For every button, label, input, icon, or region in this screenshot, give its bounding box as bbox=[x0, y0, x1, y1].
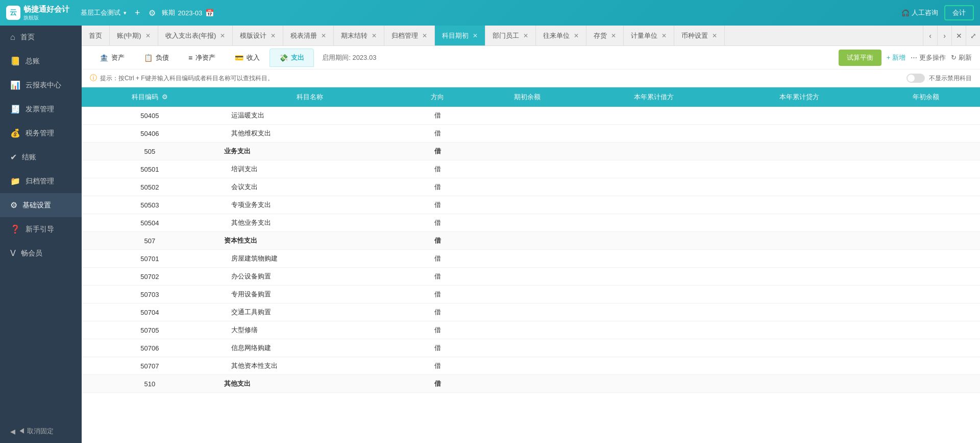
sidebar-item-member[interactable]: Ⅴ 畅会员 bbox=[0, 241, 82, 265]
table-row[interactable]: 507 资本性支出 借 bbox=[82, 232, 980, 250]
table-row[interactable]: 50705 大型修缮 借 bbox=[82, 321, 980, 339]
cell-year-initial bbox=[872, 143, 980, 160]
sidebar-label-member: 畅会员 bbox=[21, 249, 42, 258]
show-disabled-toggle[interactable] bbox=[906, 74, 925, 83]
new-button[interactable]: + 新增 bbox=[887, 53, 905, 62]
cell-code: 50501 bbox=[82, 160, 218, 178]
sidebar-item-reports[interactable]: 📊 云报表中心 bbox=[0, 73, 82, 97]
col-ytd-debit: 本年累计借方 bbox=[581, 87, 726, 107]
sidebar-item-tax[interactable]: 💰 税务管理 bbox=[0, 121, 82, 145]
close-icon[interactable]: ✕ bbox=[145, 32, 151, 39]
tab-close-all-button[interactable]: ✕ bbox=[951, 26, 966, 46]
close-icon[interactable]: ✕ bbox=[271, 32, 276, 39]
close-icon[interactable]: ✕ bbox=[662, 32, 667, 39]
close-icon[interactable]: ✕ bbox=[712, 32, 717, 39]
cell-code: 505 bbox=[82, 143, 218, 160]
sub-tab-assets[interactable]: 🏦 资产 bbox=[90, 49, 134, 67]
settings-icon[interactable]: ⚙ bbox=[149, 8, 156, 18]
cell-code: 50704 bbox=[82, 304, 218, 321]
tab-archive-mgmt[interactable]: 归档管理 ✕ bbox=[384, 26, 435, 45]
cell-year-initial bbox=[872, 160, 980, 178]
close-icon[interactable]: ✕ bbox=[321, 32, 326, 39]
collapse-icon: ◀ bbox=[10, 428, 15, 435]
table-row[interactable]: 50704 交通工具购置 借 bbox=[82, 304, 980, 321]
calendar-icon[interactable]: 📅 bbox=[205, 9, 214, 17]
tab-department[interactable]: 部门员工 ✕ bbox=[485, 26, 536, 45]
close-icon[interactable]: ✕ bbox=[611, 32, 616, 39]
cell-direction: 借 bbox=[402, 125, 473, 143]
customer-service-button[interactable]: 🎧 人工咨询 bbox=[901, 8, 938, 17]
cell-ytd-debit bbox=[581, 125, 726, 143]
col-code: 科目编码 ⚙ bbox=[82, 87, 218, 107]
col-direction: 方向 bbox=[402, 87, 473, 107]
cell-year-initial bbox=[872, 339, 980, 357]
sidebar-item-home[interactable]: ⌂ 首页 bbox=[0, 26, 82, 49]
tab-subject-initial[interactable]: 科目期初 ✕ bbox=[435, 26, 485, 45]
tab-customers[interactable]: 往来单位 ✕ bbox=[536, 26, 586, 45]
cell-year-initial bbox=[872, 375, 980, 393]
sidebar-label-ledger: 总账 bbox=[26, 57, 40, 66]
table-row[interactable]: 50702 办公设备购置 借 bbox=[82, 268, 980, 286]
more-actions-button[interactable]: ⋯ 更多操作 bbox=[911, 53, 946, 62]
table-row[interactable]: 50503 专项业务支出 借 bbox=[82, 196, 980, 214]
account-button[interactable]: 会计 bbox=[944, 5, 974, 20]
sidebar-item-archive[interactable]: 📁 归档管理 bbox=[0, 169, 82, 193]
col-initial-balance: 期初余额 bbox=[473, 87, 581, 107]
col-settings-icon[interactable]: ⚙ bbox=[162, 93, 168, 101]
cell-direction: 借 bbox=[402, 196, 473, 214]
tab-next-button[interactable]: › bbox=[937, 26, 951, 46]
sidebar-item-ledger[interactable]: 📒 总账 bbox=[0, 49, 82, 73]
close-icon[interactable]: ✕ bbox=[220, 32, 225, 39]
close-icon[interactable]: ✕ bbox=[372, 32, 377, 39]
table-row[interactable]: 50707 其他资本性支出 借 bbox=[82, 357, 980, 375]
sidebar-item-settings[interactable]: ⚙ 基础设置 bbox=[0, 193, 82, 217]
col-name: 科目名称 bbox=[218, 87, 402, 107]
cell-code: 50405 bbox=[82, 107, 218, 125]
tab-period-close[interactable]: 期末结转 ✕ bbox=[334, 26, 384, 45]
add-project-button[interactable]: + bbox=[133, 8, 142, 18]
cell-ytd-credit bbox=[727, 268, 872, 286]
close-icon[interactable]: ✕ bbox=[422, 32, 427, 39]
project-selector[interactable]: 基层工会测试 ▾ bbox=[81, 8, 127, 17]
sidebar-item-guide[interactable]: ❓ 新手引导 bbox=[0, 217, 82, 241]
refresh-button[interactable]: ↻ 刷新 bbox=[951, 53, 972, 62]
tab-tax-list[interactable]: 税表清册 ✕ bbox=[283, 26, 334, 45]
sidebar-item-invoice[interactable]: 🧾 发票管理 bbox=[0, 97, 82, 121]
close-icon[interactable]: ✕ bbox=[523, 32, 528, 39]
tab-expand-button[interactable]: ⤢ bbox=[966, 26, 980, 46]
table-row[interactable]: 50706 信息网络购建 借 bbox=[82, 339, 980, 357]
sidebar-collapse-button[interactable]: ◀ ◀ 取消固定 bbox=[0, 419, 82, 443]
tab-interim[interactable]: 账(中期) ✕ bbox=[110, 26, 158, 45]
tab-prev-button[interactable]: ‹ bbox=[923, 26, 937, 46]
tab-currency[interactable]: 币种设置 ✕ bbox=[674, 26, 725, 45]
table-row[interactable]: 505 业务支出 借 bbox=[82, 143, 980, 160]
cell-ytd-debit bbox=[581, 268, 726, 286]
table-row[interactable]: 50502 会议支出 借 bbox=[82, 178, 980, 196]
sub-tab-expense[interactable]: 💸 支出 bbox=[270, 49, 314, 67]
cell-code: 50702 bbox=[82, 268, 218, 286]
sub-tab-income[interactable]: 💳 收入 bbox=[225, 49, 270, 67]
table-row[interactable]: 510 其他支出 借 bbox=[82, 375, 980, 393]
table-row[interactable]: 50701 房屋建筑物购建 借 bbox=[82, 250, 980, 268]
headset-icon: 🎧 bbox=[901, 9, 910, 17]
sub-tab-net-assets[interactable]: ≡ 净资产 bbox=[179, 49, 225, 67]
home-icon: ⌂ bbox=[10, 33, 15, 42]
sidebar-item-close[interactable]: ✔ 结账 bbox=[0, 145, 82, 169]
close-icon[interactable]: ✕ bbox=[574, 32, 579, 39]
tab-annual-report[interactable]: 收入支出表(年报) ✕ bbox=[158, 26, 233, 45]
sub-tab-liabilities[interactable]: 📋 负债 bbox=[134, 49, 179, 67]
table-row[interactable]: 50405 运温暖支出 借 bbox=[82, 107, 980, 125]
table-row[interactable]: 50504 其他业务支出 借 bbox=[82, 214, 980, 232]
close-icon[interactable]: ✕ bbox=[473, 32, 478, 39]
cell-year-initial bbox=[872, 125, 980, 143]
calc-balance-button[interactable]: 试算平衡 bbox=[839, 50, 881, 66]
tab-template[interactable]: 模版设计 ✕ bbox=[233, 26, 283, 45]
table-row[interactable]: 50501 培训支出 借 bbox=[82, 160, 980, 178]
cell-name: 其他维权支出 bbox=[218, 125, 402, 143]
table-row[interactable]: 50703 专用设备购置 借 bbox=[82, 286, 980, 304]
tab-units[interactable]: 计量单位 ✕ bbox=[624, 26, 674, 45]
tax-icon: 💰 bbox=[10, 128, 20, 138]
table-row[interactable]: 50406 其他维权支出 借 bbox=[82, 125, 980, 143]
tab-inventory[interactable]: 存货 ✕ bbox=[586, 26, 624, 45]
tab-home[interactable]: 首页 bbox=[82, 26, 110, 45]
